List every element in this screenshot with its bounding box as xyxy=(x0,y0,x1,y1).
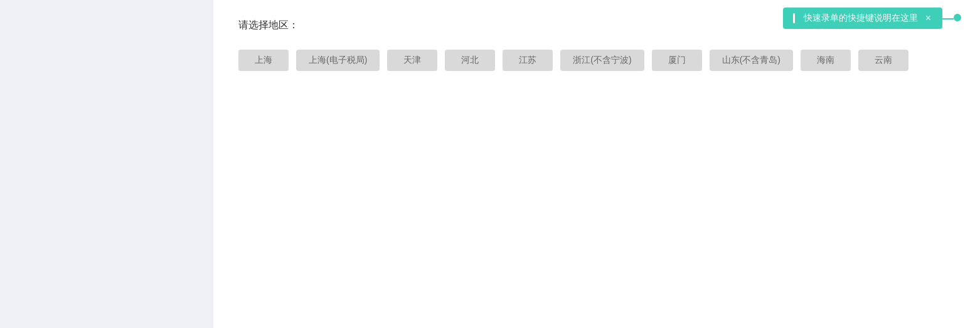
tooltip-dot-indicator xyxy=(954,14,961,21)
region-button-1[interactable]: 上海(电子税局) xyxy=(296,50,380,71)
region-button-6[interactable]: 厦门 xyxy=(652,50,702,71)
tooltip-close-button[interactable]: × xyxy=(924,13,932,23)
region-button-5[interactable]: 浙江(不含宁波) xyxy=(560,50,644,71)
tooltip-text: 快速录单的快捷键说明在这里 xyxy=(804,13,918,24)
region-button-group: 上海上海(电子税局)天津河北江苏浙江(不含宁波)厦门山东(不含青岛)海南云南 xyxy=(238,50,955,71)
region-button-8[interactable]: 海南 xyxy=(801,50,851,71)
region-button-3[interactable]: 河北 xyxy=(445,50,495,71)
region-button-4[interactable]: 江苏 xyxy=(503,50,553,71)
tooltip-banner: 快速录单的快捷键说明在这里 × xyxy=(783,8,942,29)
region-button-7[interactable]: 山东(不含青岛) xyxy=(710,50,793,71)
tooltip-connector-line xyxy=(941,18,954,19)
region-button-0[interactable]: 上海 xyxy=(238,50,289,71)
region-button-2[interactable]: 天津 xyxy=(387,50,437,71)
sidebar xyxy=(0,0,213,328)
region-button-9[interactable]: 云南 xyxy=(858,50,908,71)
main-content: 请选择地区： 上海上海(电子税局)天津河北江苏浙江(不含宁波)厦门山东(不含青岛… xyxy=(213,0,980,328)
